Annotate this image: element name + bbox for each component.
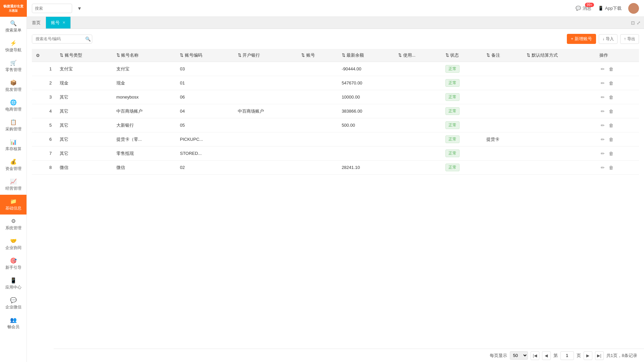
col-status[interactable]: ⇅ 状态 [441,49,483,62]
account-search-input[interactable] [32,35,83,43]
row-edit-btn-0[interactable]: ✏ [599,66,606,72]
sidebar-item-ops-mgmt[interactable]: 📈经营管理 [0,175,26,195]
per-page-select[interactable]: 50 20 100 [510,351,528,360]
row-account-no-1 [297,76,337,90]
row-edit-btn-5[interactable]: ✏ [599,136,606,143]
row-name-3: 中百商场账户 [112,104,176,118]
sidebar-label-wholesale-mgmt: 批发管理 [5,87,21,93]
row-delete-btn-1[interactable]: 🗑 [607,80,615,86]
add-account-button[interactable]: + 新增账号 [567,34,596,44]
row-edit-btn-6[interactable]: ✏ [599,150,606,157]
tab-account[interactable]: 账号 ✕ [46,17,71,28]
col-usage[interactable]: ⇅ 使用... [394,49,441,62]
col-default-settlement[interactable]: ⇅ 默认结算方式 [523,49,595,62]
sidebar-item-inventory-calc[interactable]: 📊库存核算 [0,135,26,155]
row-type-7: 微信 [56,161,112,175]
sidebar-item-enterprise-agreement[interactable]: 🤝企业协同 [0,234,26,254]
quick-nav-icon: ⚡ [10,40,17,46]
export-button[interactable]: ↑ 导出 [620,34,639,44]
tab-minimize-button[interactable]: ⊡ [631,20,635,25]
row-default-settlement-0 [523,62,595,76]
dropdown-button[interactable]: ▼ [77,6,82,11]
tab-bar: 首页 账号 ✕ ⊡ ⤢ [27,17,644,29]
row-default-settlement-7 [523,161,595,175]
next-page-button[interactable]: ▶ [584,351,592,360]
row-delete-btn-6[interactable]: 🗑 [607,150,615,157]
sidebar-item-enterprise-wechat[interactable]: 💬企业微信 [0,294,26,313]
row-edit-btn-2[interactable]: ✏ [599,94,606,101]
row-balance-4: 500.00 [338,118,394,132]
table-row: 8 微信 微信 02 28241.10 正常 ✏ 🗑 [32,161,639,175]
row-delete-btn-4[interactable]: 🗑 [607,122,615,129]
sidebar-item-sys-mgmt[interactable]: ⚙系统管理 [0,215,26,234]
account-search-button[interactable]: 🔍 [83,35,92,43]
page-number-input[interactable] [560,351,574,360]
row-bank-2 [234,90,298,104]
col-type[interactable]: ⇅ 账号类型 [56,49,112,62]
user-avatar[interactable] [628,3,639,14]
tab-expand-button[interactable]: ⤢ [637,20,641,25]
app-center-icon: 📱 [10,277,17,284]
row-edit-btn-7[interactable]: ✏ [599,164,606,171]
total-info: 共1页，8条记录 [606,353,637,359]
inventory-calc-icon: 📊 [10,139,17,145]
col-code[interactable]: ⇅ 账号编码 [176,49,233,62]
row-status-3: 正常 [441,104,483,118]
sidebar-item-member[interactable]: 👥畅会员 [0,313,26,333]
row-status-1: 正常 [441,76,483,90]
col-bank[interactable]: ⇅ 开户银行 [234,49,298,62]
row-remark-3 [482,104,523,118]
row-remark-4 [482,118,523,132]
row-type-2: 其它 [56,90,112,104]
sidebar-item-purchase-mgmt[interactable]: 📋采购管理 [0,116,26,135]
row-usage-1 [394,76,441,90]
sidebar-item-quick-nav[interactable]: ⚡快捷导航 [0,37,26,56]
sidebar-item-wholesale-mgmt[interactable]: 📦批发管理 [0,76,26,96]
col-code-label: ⇅ 账号编码 [180,53,202,58]
basic-info-icon: 📁 [10,198,17,204]
row-edit-btn-3[interactable]: ✏ [599,108,606,115]
col-account-no[interactable]: ⇅ 账号 [297,49,337,62]
top-search-input[interactable] [32,4,72,13]
row-delete-btn-5[interactable]: 🗑 [607,136,615,143]
row-delete-btn-3[interactable]: 🗑 [607,108,615,115]
sidebar-item-search-menu[interactable]: 🔍搜索菜单 [0,17,26,37]
first-page-button[interactable]: |◀ [531,351,539,360]
row-num-0: 1 [45,62,56,76]
col-name[interactable]: ⇅ 账号名称 [112,49,176,62]
app-download-button[interactable]: 📱 App下载 [598,5,622,11]
import-button[interactable]: ↓ 导入 [599,34,618,44]
sidebar-label-retail-mgmt: 零售管理 [5,67,21,73]
sidebar-item-app-center[interactable]: 📱应用中心 [0,274,26,294]
row-account-no-7 [297,161,337,175]
row-action-1: ✏ 🗑 [595,76,639,90]
row-delete-btn-2[interactable]: 🗑 [607,94,615,101]
row-settings-6 [32,146,45,161]
table-row: 5 其它 大新银行 05 500.00 正常 ✏ 🗑 [32,118,639,132]
row-code-5: PICKUPC... [176,132,233,146]
ecommerce-mgmt-icon: 🌐 [10,99,17,106]
sidebar-item-retail-mgmt[interactable]: 🛒零售管理 [0,56,26,76]
sidebar: 畅捷通好生意乐惠版 🔍搜索菜单⚡快捷导航🛒零售管理📦批发管理🌐电商管理📋采购管理… [0,0,27,362]
tab-close-icon[interactable]: ✕ [62,20,65,25]
row-edit-btn-4[interactable]: ✏ [599,122,606,129]
sidebar-item-finance-mgmt[interactable]: 💰资金管理 [0,155,26,175]
row-remark-6 [482,146,523,161]
table-body: 1 支付宝 支付宝 03 -90444.00 正常 ✏ 🗑 2 现金 现金 01… [32,62,639,175]
sidebar-item-ecommerce-mgmt[interactable]: 🌐电商管理 [0,96,26,116]
messages-button[interactable]: 💬 消息 99+ [576,5,591,11]
row-status-0: 正常 [441,62,483,76]
col-balance[interactable]: ⇅ 最新余额 [338,49,394,62]
sidebar-label-member: 畅会员 [7,324,19,330]
row-edit-btn-1[interactable]: ✏ [599,80,606,86]
tab-home[interactable]: 首页 [27,17,46,28]
sidebar-item-new-guide[interactable]: 🎯新手引导 [0,254,26,274]
col-remark[interactable]: ⇅ 备注 [482,49,523,62]
sidebar-item-basic-info[interactable]: 📁基础信息 [0,195,26,215]
sidebar-label-search-menu: 搜索菜单 [5,27,21,33]
col-settings[interactable]: ⚙ [32,49,45,62]
row-delete-btn-0[interactable]: 🗑 [607,66,615,72]
row-delete-btn-7[interactable]: 🗑 [607,164,615,171]
last-page-button[interactable]: ▶| [595,351,604,360]
prev-page-button[interactable]: ◀ [542,351,551,360]
